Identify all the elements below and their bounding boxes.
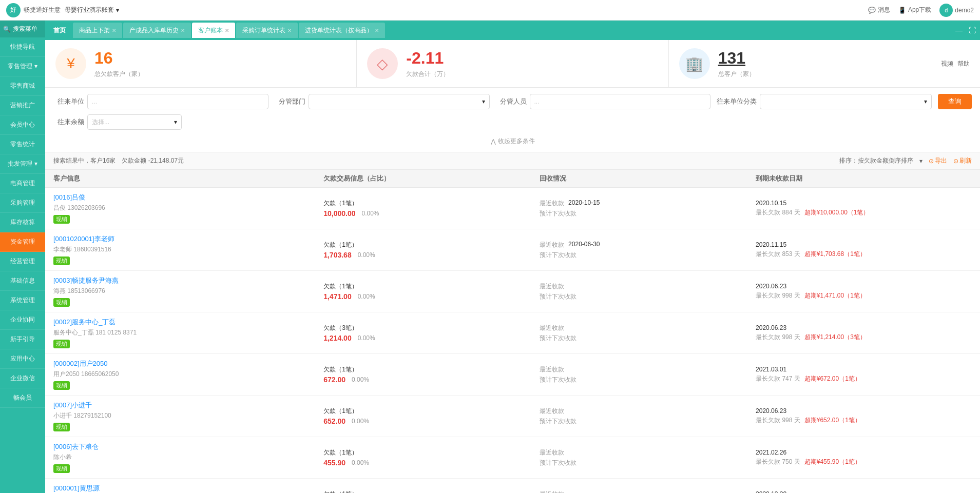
tab-home[interactable]: 首页 (47, 23, 72, 38)
collapse-btn[interactable]: ⋀ 收起更多条件 (491, 137, 535, 146)
tabs-bar: 首页 商品上下架 ✕ 产成品入库单历史 ✕ 客户账本 ✕ 采购订单统计表 ✕ 进… (45, 21, 980, 40)
debt-amount-0[interactable]: 10,000.00 (323, 209, 355, 218)
company-selector[interactable]: 母婴行业演示账套 ▾ (65, 6, 119, 14)
collect-next-0: 预计下次收款 (540, 209, 756, 218)
app-download-btn[interactable]: 📱 App下载 (898, 6, 931, 14)
sidebar-item-business[interactable]: 经营管理 (0, 252, 45, 271)
overdue-link-4[interactable]: 超期¥672.00（1笔） (804, 374, 861, 383)
cell-customer-7: [000001]黄思源 黄思源 13552700226 现销 (53, 484, 323, 493)
summary-cards: ¥ 16 总欠款客户（家） ◇ -2.11 欠款合计（万） 🏢 (45, 40, 980, 88)
customer-name-0[interactable]: [0016]吕俊 (53, 193, 323, 202)
tab-products-off[interactable]: 商品上下架 ✕ (73, 23, 122, 38)
tabs-minimize-btn[interactable]: — (953, 24, 965, 36)
source-unit-label: 往来单位 (53, 97, 84, 106)
sidebar-item-ecommerce[interactable]: 电商管理 (0, 174, 45, 193)
card-number-debt-total: -2.11 (406, 49, 449, 68)
overdue-link-3[interactable]: 超期¥1,214.00（3笔） (804, 333, 866, 342)
sidebar-item-quick-nav[interactable]: 快捷导航 (0, 37, 45, 57)
customer-name-4[interactable]: [000002]用户2050 (53, 359, 323, 368)
customer-name-5[interactable]: [0007]小进千 (53, 401, 323, 410)
customer-name-7[interactable]: [000001]黄思源 (53, 484, 323, 493)
customer-name-2[interactable]: [0003]畅捷服务尹海燕 (53, 276, 323, 285)
overdue-link-6[interactable]: 超期¥455.90（1笔） (804, 458, 861, 466)
sidebar-item-retail-mall[interactable]: 零售商城 (0, 76, 45, 96)
dept-label: 分管部门 (275, 97, 305, 106)
export-btn[interactable]: ⊙ 导出 (929, 156, 947, 165)
sort-label: 排序：按欠款金额倒序排序 (839, 156, 913, 165)
message-label: 消息 (878, 6, 890, 14)
debt-amount-3[interactable]: 1,214.00 (323, 334, 352, 342)
help-btn[interactable]: 帮助 (957, 60, 970, 68)
overdue-link-2[interactable]: 超期¥1,471.00（1笔） (804, 291, 866, 300)
debt-amount-1[interactable]: 1,703.68 (323, 251, 352, 259)
tabs-bar-right: — ⛶ (953, 24, 978, 36)
sidebar-item-retail-stats[interactable]: 零售统计 (0, 135, 45, 154)
sidebar-item-app-center[interactable]: 应用中心 (0, 349, 45, 369)
customer-sub-0: 吕俊 13026203696 (53, 204, 323, 212)
balance-select[interactable]: 选择... ▾ (87, 114, 182, 130)
sidebar-item-inventory[interactable]: 库存核算 (0, 213, 45, 232)
col-debt-info: 欠款交易信息（占比） (323, 174, 540, 183)
app-label: App下载 (908, 6, 931, 14)
refresh-btn[interactable]: ⊙ 刷新 (953, 156, 972, 165)
avatar: d (939, 4, 953, 17)
unit-class-select[interactable]: ▾ (760, 94, 932, 109)
sidebar-item-retail-mgmt[interactable]: 零售管理 ▾ (0, 57, 45, 76)
customer-name-6[interactable]: [0006]去下粮仓 (53, 442, 323, 451)
col-collection: 回收情况 (540, 174, 756, 183)
filter-area: 往来单位 ... 分管部门 ▾ 分管人员 (45, 88, 980, 152)
sidebar-item-member-plus[interactable]: 畅会员 (0, 388, 45, 408)
debt-count-1: 欠款（1笔） (323, 241, 540, 249)
customer-name-3[interactable]: [0002]服务中心_丁磊 (53, 318, 323, 327)
customer-name-1[interactable]: [0001020001]李老师 (53, 234, 323, 244)
card-info-debt-customers: 16 总欠款客户（家） (94, 49, 144, 78)
tab-close-product-history[interactable]: ✕ (181, 28, 185, 33)
overdue-link-1[interactable]: 超期¥1,703.68（1笔） (804, 250, 866, 259)
tab-purchase-summary[interactable]: 采购订单统计表 ✕ (236, 23, 298, 38)
tab-inbound-summary[interactable]: 进货单统计表（按商品） ✕ (299, 23, 385, 38)
debt-amount-6[interactable]: 455.90 (323, 459, 345, 467)
dept-select[interactable]: ▾ (309, 94, 490, 109)
tab-close-purchase-summary[interactable]: ✕ (287, 28, 292, 33)
tabs-maximize-btn[interactable]: ⛶ (967, 24, 978, 36)
tab-close-customer-account[interactable]: ✕ (225, 28, 229, 33)
tab-product-history[interactable]: 产成品入库单历史 ✕ (123, 23, 191, 38)
debt-amount-5[interactable]: 652.00 (323, 417, 345, 425)
collect-label-0: 最近收款 (540, 199, 564, 208)
user-avatar-area[interactable]: d demo2 (939, 4, 974, 17)
overdue-link-0[interactable]: 超期¥10,000.00（1笔） (804, 208, 870, 217)
cell-debt-1: 欠款（1笔） 1,703.68 0.00% (323, 234, 540, 265)
search-button[interactable]: 查询 (938, 94, 972, 109)
sidebar-item-purchase[interactable]: 采购管理 (0, 193, 45, 213)
video-btn[interactable]: 视频 (941, 60, 953, 68)
cell-debt-4: 欠款（1笔） 672.00 0.00% (323, 359, 540, 390)
cell-overdue-0: 2020.10.15 最长欠款 884 天 超期¥10,000.00（1笔） (756, 193, 972, 224)
sidebar-item-marketing[interactable]: 营销推广 (0, 96, 45, 115)
debt-amount-2[interactable]: 1,471.00 (323, 292, 352, 301)
sidebar-item-basic-info[interactable]: 基础信息 (0, 271, 45, 291)
tab-customer-account[interactable]: 客户账本 ✕ (192, 23, 235, 38)
message-btn[interactable]: 💬 消息 (868, 6, 890, 14)
sidebar-item-wechat[interactable]: 企业微信 (0, 369, 45, 388)
cell-collection-0: 最近收款 2020-10-15 预计下次收款 (540, 193, 756, 224)
tab-close-products-off[interactable]: ✕ (112, 28, 116, 33)
sidebar-item-finance[interactable]: 资金管理 (0, 232, 45, 252)
sidebar-item-newbie[interactable]: 新手引导 (0, 330, 45, 349)
search-menu-btn[interactable]: 🔍 搜索菜单 (0, 21, 45, 37)
cell-overdue-1: 2020.11.15 最长欠款 853 天 超期¥1,703.68（1笔） (756, 234, 972, 265)
sidebar-item-corp-collab[interactable]: 企业协同 (0, 310, 45, 330)
overdue-link-5[interactable]: 超期¥652.00（1笔） (804, 416, 861, 425)
manager-label: 分管人员 (496, 97, 527, 106)
tab-close-inbound-summary[interactable]: ✕ (375, 28, 379, 33)
sidebar-item-system[interactable]: 系统管理 (0, 291, 45, 310)
cell-collection-2: 最近收款 预计下次收款 (540, 276, 756, 307)
sidebar-item-batch-mgmt[interactable]: 批发管理 ▾ (0, 154, 45, 174)
source-unit-input[interactable]: ... (87, 94, 268, 109)
cell-debt-2: 欠款（1笔） 1,471.00 0.00% (323, 276, 540, 307)
logo-icon: 好 (6, 3, 21, 17)
manager-input[interactable]: ... (530, 94, 711, 109)
top-bar: 好 畅捷通好生意 母婴行业演示账套 ▾ 💬 消息 📱 App下载 d demo2 (0, 0, 980, 21)
sidebar-item-members[interactable]: 会员中心 (0, 115, 45, 135)
col-customer-info: 客户信息 (53, 174, 323, 183)
debt-amount-4[interactable]: 672.00 (323, 376, 345, 384)
